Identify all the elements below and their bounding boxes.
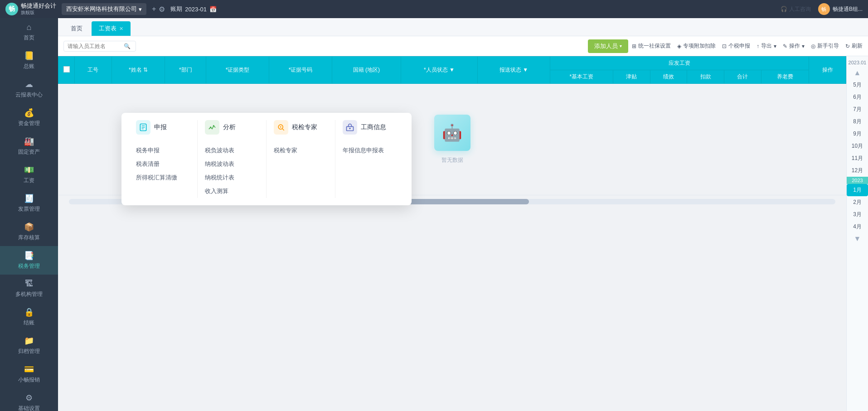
tab-salary[interactable]: 工资表 ✕: [92, 21, 131, 36]
company-selector[interactable]: 西安虾米网络科技有限公司 ▾: [62, 3, 146, 15]
special-btn[interactable]: ◈ 专项附加扣除: [677, 42, 716, 50]
date-month-2022-7[interactable]: 7月: [847, 103, 868, 116]
date-month-2023-4[interactable]: 4月: [847, 221, 868, 233]
user-avatar: 畅: [818, 3, 830, 15]
analysis-item-3[interactable]: 收入测算: [205, 184, 259, 198]
sidebar-item-basic[interactable]: ⚙ 基础设置: [0, 388, 58, 411]
shenbao-item-2[interactable]: 所得税汇算清缴: [136, 171, 190, 184]
support-btn[interactable]: 🎧 人工咨询: [781, 5, 811, 13]
sidebar-item-close[interactable]: 🔒 结账: [0, 303, 58, 331]
user-info[interactable]: 畅 畅捷通B组...: [818, 3, 863, 15]
company-name: 西安虾米网络科技有限公司: [66, 5, 137, 13]
shenbao-header-label: 申报: [154, 123, 167, 131]
report-filter-icon[interactable]: ▼: [523, 67, 528, 73]
sidebar-item-xiao-label: 小畅报销: [18, 376, 40, 384]
tab-salary-close[interactable]: ✕: [119, 26, 123, 32]
tax-icon: 📑: [24, 251, 34, 261]
sidebar-item-fixed[interactable]: 🏭 固定资产: [0, 132, 58, 160]
social-btn[interactable]: ⊞ 统一社保设置: [632, 42, 671, 50]
filter-icon[interactable]: ▼: [449, 67, 455, 73]
top-header: 畅 畅捷通好会计 旗舰版 西安虾米网络科技有限公司 ▾ + ⚙ 账期 2023-…: [0, 0, 868, 18]
select-all-checkbox[interactable]: [63, 66, 70, 73]
th-salary-group: 应发工资: [550, 57, 809, 70]
operate-btn[interactable]: ✎ 操作 ▾: [783, 42, 805, 50]
date-month-2022-9[interactable]: 9月: [847, 128, 868, 140]
sidebar-item-ledger[interactable]: 📒 总账: [0, 46, 58, 75]
svg-point-5: [349, 128, 350, 129]
ledger-icon: 📒: [24, 51, 34, 61]
sidebar-item-salary-label: 工资: [24, 177, 34, 184]
sidebar-item-tax[interactable]: 📑 税务管理: [0, 246, 58, 275]
analysis-item-0[interactable]: 税负波动表: [205, 144, 259, 157]
sidebar-item-invoice[interactable]: 🧾 发票管理: [0, 189, 58, 218]
analysis-item-1[interactable]: 纳税波动表: [205, 157, 259, 171]
search-wrap[interactable]: 🔍: [63, 41, 136, 52]
add-person-button[interactable]: 添加人员 ▾: [588, 39, 628, 53]
th-deduct: 扣款: [687, 70, 724, 84]
sidebar-item-home-label: 首页: [24, 34, 34, 42]
headset-icon: 🎧: [781, 6, 787, 12]
empty-text: 暂无数据: [441, 156, 463, 164]
search-input[interactable]: [68, 43, 122, 49]
sidebar-item-home[interactable]: ⌂ 首页: [0, 18, 58, 46]
date-month-2022-12[interactable]: 12月: [847, 164, 868, 177]
dropdown-col-analysis: 分析 税负波动表 纳税波动表 纳税统计表: [198, 120, 267, 198]
export-dropdown-icon: ▾: [774, 43, 776, 49]
date-nav-up[interactable]: ▲: [852, 67, 863, 79]
refresh-label: 刷新: [852, 42, 863, 50]
analysis-header-icon: [205, 120, 219, 135]
special-icon: ◈: [677, 43, 681, 49]
tax-return-btn[interactable]: ⊡ 个税申报: [722, 42, 750, 50]
date-month-2022-5[interactable]: 5月: [847, 79, 868, 91]
bizinfo-item-0[interactable]: 年报信息申报表: [343, 144, 397, 157]
period-info: 账期 2023-01 📅: [170, 5, 217, 13]
shenbao-item-1[interactable]: 税表清册: [136, 157, 190, 171]
calendar-icon: 📅: [209, 6, 217, 13]
date-month-2022-10[interactable]: 10月: [847, 140, 868, 152]
date-month-2023-2[interactable]: 2月: [847, 196, 868, 208]
date-month-2023-1[interactable]: 1月: [847, 184, 868, 196]
export-btn[interactable]: ↑ 导出 ▾: [756, 42, 776, 50]
logo-icon: 畅: [5, 3, 18, 15]
sidebar-item-fund-label: 资金管理: [18, 120, 40, 127]
salary-icon: 💵: [24, 165, 34, 175]
special-label: 专项附加扣除: [683, 42, 716, 50]
taxexpert-item-0[interactable]: 税检专家: [274, 144, 328, 157]
date-nav-down[interactable]: ▼: [852, 233, 863, 245]
sidebar-item-multi-org[interactable]: 🏗 多机构管理: [0, 275, 58, 303]
date-month-2022-11[interactable]: 11月: [847, 152, 868, 164]
app-title: 畅捷通好会计: [21, 2, 56, 10]
svg-point-1: [210, 126, 211, 128]
main-layout: ⌂ 首页 📒 总账 ☁ 云报表中心 💰 资金管理 🏭 固定资产 💵 工资 🧾 发…: [0, 18, 868, 411]
date-month-2023-3[interactable]: 3月: [847, 208, 868, 221]
dropdown-header-shenbao: 申报: [136, 120, 190, 138]
sidebar-item-fund[interactable]: 💰 资金管理: [0, 103, 58, 132]
th-work-num: 工号: [75, 57, 112, 84]
sidebar-item-close-label: 结账: [24, 319, 34, 327]
invoice-icon: 🧾: [24, 193, 34, 203]
sidebar-item-inventory[interactable]: 📦 库存核算: [0, 218, 58, 246]
sidebar-item-cloud[interactable]: ☁ 云报表中心: [0, 75, 58, 103]
add-company-btn[interactable]: + ⚙: [152, 5, 165, 14]
sidebar-item-xiao[interactable]: 💳 小畅报销: [0, 360, 58, 388]
analysis-item-2[interactable]: 纳税统计表: [205, 171, 259, 184]
date-month-2022-8[interactable]: 8月: [847, 116, 868, 128]
content-area: 首页 工资表 ✕ 🔍 添加人员 ▾ ⊞ 统一社保设置: [58, 18, 868, 411]
tab-home[interactable]: 首页: [63, 21, 90, 36]
shenbao-item-0[interactable]: 税务申报: [136, 144, 190, 157]
taxexpert-header-icon: [274, 120, 288, 135]
sidebar-item-inventory-label: 库存核算: [18, 234, 40, 242]
shenbao-header-icon: [136, 120, 150, 135]
date-year-2023: 2023: [847, 177, 868, 184]
header-right: 🎧 人工咨询 畅 畅捷通B组...: [781, 3, 863, 15]
date-month-2022-6[interactable]: 6月: [847, 91, 868, 103]
sidebar-item-archive[interactable]: 📁 归档管理: [0, 331, 58, 360]
th-nation: 国籍 (地区): [332, 57, 401, 84]
refresh-btn[interactable]: ↻ 刷新: [845, 42, 863, 50]
sidebar-item-salary[interactable]: 💵 工资: [0, 160, 58, 189]
th-operate: 操作: [809, 57, 846, 84]
guide-btn[interactable]: ◎ 新手引导: [811, 42, 839, 50]
dropdown-header-bizinfo: 工商信息: [343, 120, 397, 138]
th-dept: *部门: [165, 57, 206, 84]
dropdown-grid: 申报 税务申报 税表清册 所得税汇算清缴: [129, 120, 404, 198]
